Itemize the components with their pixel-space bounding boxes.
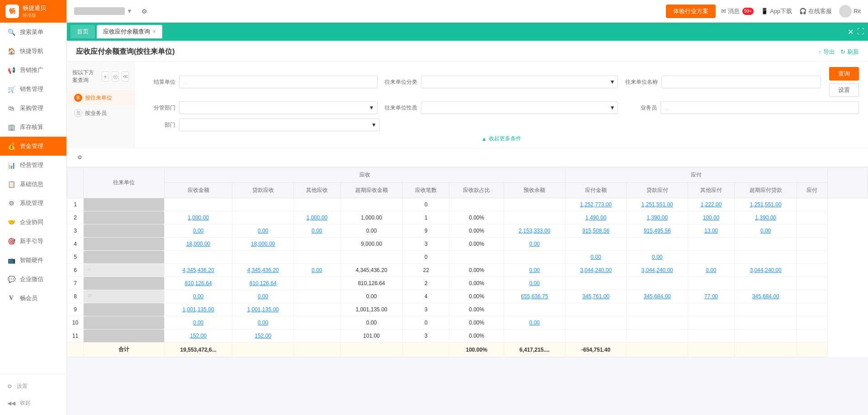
sidebar-item-label: 销售管理 <box>20 85 43 93</box>
add-filter-button[interactable]: + <box>102 72 109 81</box>
sidebar-item-finance[interactable]: 💰 资金管理 <box>0 137 66 156</box>
table-cell[interactable]: 1,251,551.00 <box>627 198 688 211</box>
setting-button[interactable]: 设置 <box>829 83 859 97</box>
subdept-select[interactable]: ▼ <box>179 119 380 131</box>
customer-name-input[interactable] <box>661 76 821 88</box>
table-settings-icon[interactable]: ⚙ <box>74 152 85 163</box>
table-cell[interactable]: 3,044,240.00 <box>565 264 627 277</box>
table-cell[interactable]: 655,636.75 <box>504 290 565 303</box>
salesman-input[interactable]: ... <box>660 101 859 114</box>
table-cell[interactable]: 0.00 <box>688 264 735 277</box>
query-by-customer[interactable]: 客 按往来单位 <box>67 90 134 105</box>
sidebar-item-guide[interactable]: 🎯 新手引导 <box>0 232 66 251</box>
trial-button[interactable]: 体验行业方案 <box>666 5 716 18</box>
table-cell[interactable]: 810,126.64 <box>232 277 294 290</box>
table-cell[interactable]: 1,390.00 <box>627 211 688 224</box>
tab-close-button[interactable]: × <box>153 29 156 35</box>
table-cell[interactable]: 0.00 <box>565 251 627 264</box>
table-cell[interactable]: 1,000.00 <box>294 211 340 224</box>
sidebar-item-search[interactable]: 🔍 搜索菜单 <box>0 23 66 42</box>
export-button[interactable]: ↑ 导出 <box>819 48 835 56</box>
table-cell[interactable]: 915,495.56 <box>627 224 688 238</box>
sidebar-item-wechat[interactable]: 💬 企业微信 <box>0 270 66 289</box>
tab-close-window[interactable]: ✕ <box>848 28 854 36</box>
sidebar-item-inventory[interactable]: 🏢 库存核算 <box>0 118 66 137</box>
table-cell[interactable]: 0.00 <box>232 316 294 329</box>
table-cell[interactable]: 1,222.00 <box>688 198 735 211</box>
sidebar-item-basic[interactable]: 📋 基础信息 <box>0 175 66 194</box>
app-download-button[interactable]: 📱 App下载 <box>761 7 792 15</box>
table-cell[interactable]: 1,000.00 <box>164 211 232 224</box>
table-cell[interactable]: 100.00 <box>688 211 735 224</box>
customer-nature-select[interactable]: ▼ <box>421 101 618 114</box>
service-button[interactable]: 🎧 在线客服 <box>799 7 832 15</box>
table-cell[interactable]: 0.00 <box>504 316 565 329</box>
table-cell[interactable]: 345,684.00 <box>627 290 688 303</box>
table-cell[interactable]: 0.00 <box>504 264 565 277</box>
table-cell[interactable]: 345,684.00 <box>734 290 797 303</box>
table-cell[interactable]: 152.00 <box>164 329 232 343</box>
sidebar-item-label: 采购管理 <box>20 104 43 112</box>
sidebar-item-hardware[interactable]: 📺 智能硬件 <box>0 251 66 270</box>
settings-icon-button[interactable]: ⚙ <box>138 6 151 17</box>
tab-arap[interactable]: 应收应付余额查询 × <box>97 25 162 38</box>
table-cell[interactable]: 3,044,240.00 <box>734 264 797 277</box>
sidebar-item-label: 企业协同 <box>20 218 43 226</box>
table-cell[interactable]: 0.00 <box>232 224 294 238</box>
refresh-button[interactable]: ↻ 刷新 <box>840 48 859 56</box>
table-cell[interactable]: 1,490.00 <box>565 211 627 224</box>
sidebar-item-operations[interactable]: 📊 经营管理 <box>0 156 66 175</box>
table-cell[interactable]: 0.00 <box>734 224 797 238</box>
table-cell[interactable]: 0.00 <box>164 316 232 329</box>
table-cell[interactable]: 18,000.00 <box>232 238 294 251</box>
table-cell[interactable]: 0.00 <box>294 264 340 277</box>
table-cell[interactable]: 1,001,135.00 <box>232 303 294 316</box>
sidebar-item-purchase[interactable]: 🛍 采购管理 <box>0 99 66 118</box>
sidebar-item-sales[interactable]: 🛒 销售管理 <box>0 80 66 99</box>
back-icon-button[interactable]: ≪ <box>122 72 129 81</box>
table-cell[interactable]: 13.00 <box>688 224 735 238</box>
sidebar-item-nav[interactable]: 🏠 快捷导航 <box>0 42 66 61</box>
table-cell[interactable]: 77.00 <box>688 290 735 303</box>
sidebar-item-collab[interactable]: 🤝 企业协同 <box>0 213 66 232</box>
sidebar-item-member[interactable]: V 畅会员 <box>0 289 66 308</box>
table-cell[interactable]: 4,345,436.20 <box>164 264 232 277</box>
th-yf2: 应付 <box>797 183 827 198</box>
table-cell[interactable]: 810,126.64 <box>164 277 232 290</box>
table-cell[interactable]: 915,508.56 <box>565 224 627 238</box>
tab-maximize[interactable]: ⛶ <box>857 28 864 36</box>
settlement-input[interactable]: ... <box>179 76 377 88</box>
table-cell[interactable]: 0.00 <box>504 238 565 251</box>
tab-home[interactable]: 首页 <box>71 25 95 38</box>
sidebar-settings[interactable]: ⚙ 设置 <box>0 378 66 395</box>
dept-select[interactable]: ▼ <box>179 101 377 114</box>
table-cell[interactable]: 1,252,773.00 <box>565 198 627 211</box>
table-cell[interactable]: 0.00 <box>164 224 232 238</box>
table-cell[interactable]: 345,761.00 <box>565 290 627 303</box>
table-cell[interactable]: 2,153,333.00 <box>504 224 565 238</box>
table-cell[interactable]: 1,390.00 <box>734 211 797 224</box>
footer-cell: 100.00% <box>449 343 504 357</box>
table-cell[interactable]: 152.00 <box>232 329 294 343</box>
table-cell[interactable]: 1,001,135.00 <box>164 303 232 316</box>
sidebar-item-marketing[interactable]: 📢 营销推广 <box>0 61 66 80</box>
customer-category-select[interactable]: ▼ <box>421 76 618 88</box>
table-cell[interactable]: 0.00 <box>294 224 340 238</box>
table-cell[interactable]: 18,000.00 <box>164 238 232 251</box>
table-cell[interactable]: 4,345,436.20 <box>232 264 294 277</box>
target-icon-button[interactable]: ◎ <box>112 72 119 81</box>
query-by-salesman[interactable]: 员 按业务员 <box>67 105 134 121</box>
sidebar-item-system[interactable]: ⚙ 系统管理 <box>0 194 66 213</box>
sidebar-collapse[interactable]: ◀◀ 收起 <box>0 395 66 411</box>
table-cell[interactable]: 0.00 <box>504 277 565 290</box>
table-cell[interactable]: 0.00 <box>232 290 294 303</box>
table-cell[interactable]: 1,251,551.00 <box>734 198 797 211</box>
user-menu[interactable]: Rit <box>839 5 861 18</box>
table-cell[interactable]: 0.00 <box>164 290 232 303</box>
table-cell[interactable]: 0.00 <box>627 251 688 264</box>
query-button[interactable]: 查询 <box>829 67 859 81</box>
message-button[interactable]: ✉ 消息 99+ <box>721 7 754 15</box>
collapse-button[interactable]: ▲ 收起更多条件 <box>481 135 521 143</box>
table-cell[interactable]: 3,044,240.00 <box>627 264 688 277</box>
dropdown-arrow[interactable]: ▼ <box>127 8 132 14</box>
